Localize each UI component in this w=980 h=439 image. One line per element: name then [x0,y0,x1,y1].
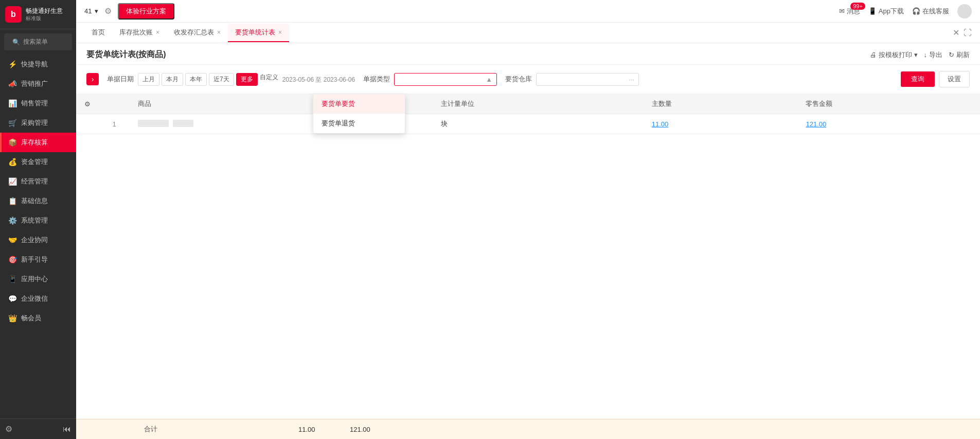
collapse-icon[interactable]: ⏮ [63,425,71,434]
filter-bar: › 单据日期 上月 本月 本年 近7天 更多 自定义 2023-05-06 至 … [76,65,980,94]
date-more-btn[interactable]: 更多 [236,73,258,86]
tab-order-summary[interactable]: 要货单统计表 × [228,24,289,42]
sidebar-item-purchase[interactable]: 🛒 采购管理 [0,113,76,133]
tab-close-all-icon[interactable]: ✕ [953,28,959,38]
row-settings [76,114,99,134]
date-curr-year-btn[interactable]: 本年 [185,73,207,86]
table-header-row: ⚙ 商品 主计量单位 主数量 零售金额 [76,94,980,114]
company-num: 41 [84,7,92,15]
app-download-label: App下载 [879,7,904,16]
online-service-btn[interactable]: 🎧 在线客服 [912,7,949,16]
refresh-btn[interactable]: ↻ 刷新 [949,50,970,60]
tab-order-summary-close[interactable]: × [278,29,282,36]
sidebar-item-wechat[interactable]: 💬 企业微信 [0,289,76,308]
messages-btn[interactable]: ✉ 消息 99+ [839,7,860,16]
sidebar-item-label: 采购管理 [21,118,48,127]
sidebar-item-label: 销售管理 [21,99,48,108]
finance-icon: 💰 [8,157,17,167]
wechat-icon: 💬 [8,294,17,303]
filter-expand-btn[interactable]: › [86,73,99,85]
top-header: 41 ▾ ⚙ 体验行业方案 ✉ 消息 99+ 📱 App下载 🎧 在线客服 [76,0,980,23]
sidebar-item-vip[interactable]: 👑 畅会员 [0,308,76,328]
sidebar: b 畅捷通好生意 标准版 🔍 搜索菜单 ⚡ 快捷导航 📣 营销推广 📊 销售管理… [0,0,76,439]
tab-inventory-batch[interactable]: 库存批次账 × [112,24,167,42]
settings-icon[interactable]: ⚙ [5,424,12,434]
sidebar-item-label: 应用中心 [21,275,48,284]
dropdown-item-order-return[interactable]: 要货单退货 [313,114,405,133]
row-quantity: 11.00 [644,114,798,134]
sidebar-item-marketing[interactable]: 📣 营销推广 [0,74,76,94]
sidebar-item-label: 系统管理 [21,216,48,225]
date-curr-month-btn[interactable]: 本月 [162,73,183,86]
date-buttons: 上月 本月 本年 近7天 更多 自定义 [138,73,278,86]
tab-home[interactable]: 首页 [84,24,112,42]
date-filter-label: 单据日期 [107,75,134,84]
message-icon: ✉ [839,7,845,15]
sidebar-item-basic[interactable]: 📋 基础信息 [0,191,76,211]
table-footer: 合计 11.00 121.00 [76,419,980,439]
query-btn[interactable]: 查询 [901,71,935,87]
footer-label: 合计 [136,425,239,434]
page-content: 要货单统计表(按商品) 🖨 按模板打印 ▾ ↓ 导出 ↻ 刷新 › [76,43,980,439]
header-right: ✉ 消息 99+ 📱 App下载 🎧 在线客服 [839,4,972,19]
inventory-icon: 📦 [8,138,17,147]
tab-expand-icon[interactable]: ⛶ [964,28,972,38]
export-btn[interactable]: ↓ 导出 [924,50,943,60]
sidebar-item-quick-nav[interactable]: ⚡ 快捷导航 [0,54,76,74]
tab-inventory-batch-close[interactable]: × [156,29,159,36]
type-select-clear-icon[interactable]: ▲ [486,76,492,83]
col-settings-header[interactable]: ⚙ [76,94,99,114]
sidebar-item-label: 企业协同 [21,235,48,245]
sidebar-item-app-center[interactable]: 📱 应用中心 [0,269,76,289]
sidebar-item-label: 企业微信 [21,294,48,303]
footer-amount: 121.00 [342,426,393,433]
sidebar-item-finance[interactable]: 💰 资金管理 [0,152,76,172]
refresh-icon: ↻ [949,51,954,59]
sidebar-item-operation[interactable]: 📈 经营管理 [0,172,76,191]
export-icon: ↓ [924,51,928,59]
tab-receive-summary-close[interactable]: × [217,29,221,36]
sidebar-item-label: 库存核算 [21,138,48,147]
refresh-label: 刷新 [956,50,970,60]
purchase-icon: 🛒 [8,118,17,127]
row-index: 1 [99,114,130,134]
company-selector[interactable]: 41 ▾ [84,7,98,15]
date-last7-btn[interactable]: 近7天 [209,73,234,86]
sidebar-item-label: 资金管理 [21,157,48,167]
footer-quantity: 11.00 [290,426,342,433]
col-amount-header: 零售金额 [797,94,980,114]
date-range-display: 2023-05-06 至 2023-06-06 [282,76,355,84]
header-settings-icon[interactable]: ⚙ [104,6,112,16]
dropdown-item-order-goods[interactable]: 要货单要货 [313,94,405,114]
date-custom-btn[interactable]: 自定义 [260,73,278,86]
sidebar-item-guide[interactable]: 🎯 新手引导 [0,250,76,269]
sidebar-item-inventory[interactable]: 📦 库存核算 [0,133,76,152]
sidebar-search[interactable]: 🔍 搜索菜单 [4,33,72,50]
settings-btn[interactable]: 设置 [939,71,970,87]
trial-btn[interactable]: 体验行业方案 [118,3,174,20]
print-template-btn[interactable]: 🖨 按模板打印 ▾ [870,50,918,60]
sidebar-item-system[interactable]: ⚙️ 系统管理 [0,211,76,230]
enterprise-icon: 🤝 [8,235,17,245]
type-select[interactable]: ▲ [394,73,497,86]
sidebar-item-enterprise[interactable]: 🤝 企业协同 [0,230,76,250]
service-icon: 🎧 [912,7,920,15]
sidebar-item-sales[interactable]: 📊 销售管理 [0,94,76,113]
tab-inventory-batch-label: 库存批次账 [119,28,153,37]
messages-count: 99+ [850,3,865,10]
print-template-label: 按模板打印 [879,50,912,60]
app-download-btn[interactable]: 📱 App下载 [868,7,904,16]
warehouse-input[interactable]: ··· [536,73,639,86]
tab-receive-summary[interactable]: 收发存汇总表 × [167,24,228,42]
type-select-input[interactable] [399,76,476,83]
sidebar-nav: ⚡ 快捷导航 📣 营销推广 📊 销售管理 🛒 采购管理 📦 库存核算 💰 资金管… [0,54,76,418]
user-avatar[interactable] [957,4,972,19]
sidebar-footer: ⚙ ⏮ [0,418,76,439]
date-prev-month-btn[interactable]: 上月 [138,73,159,86]
tab-bar: 首页 库存批次账 × 收发存汇总表 × 要货单统计表 × ✕ ⛶ [76,23,980,43]
col-index-header [99,94,130,114]
row-unit: 块 [433,114,643,134]
type-filter-group: 单据类型 ▲ [363,73,497,86]
sales-icon: 📊 [8,99,17,108]
phone-icon: 📱 [868,7,877,15]
